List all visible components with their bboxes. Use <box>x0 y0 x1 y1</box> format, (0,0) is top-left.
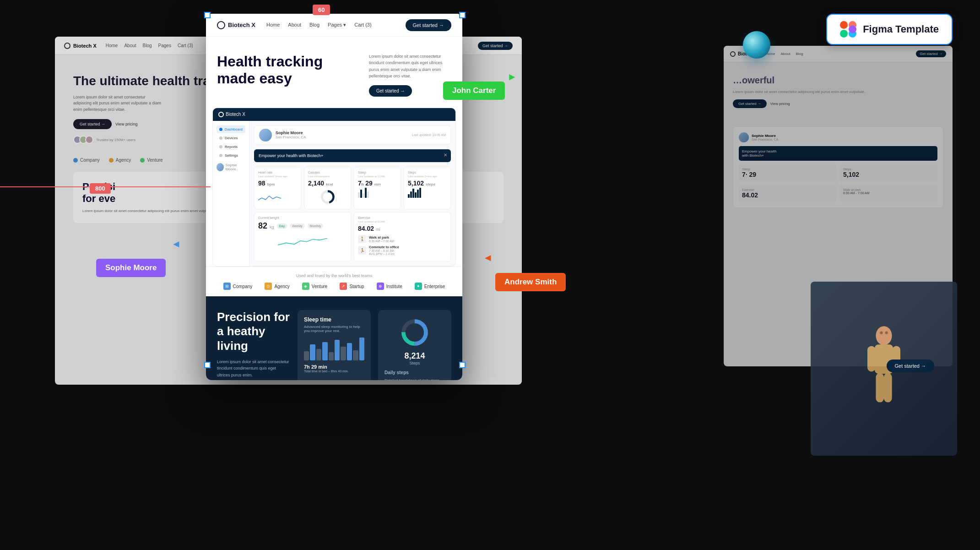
right-stat-exercise: Walk at park 6:30 AM - 7:00 AM <box>840 185 937 202</box>
right-stat-steps: Steps 5,102 <box>840 164 937 181</box>
hero-left: Health tracking made easy <box>217 53 360 97</box>
sidebar-dashboard: Dashboard <box>217 125 245 133</box>
empower-close[interactable]: ✕ <box>444 152 447 158</box>
companies-section: Used and loved by the world's best teams… <box>206 267 462 296</box>
company-startup: ↗ Startup <box>340 283 364 290</box>
right-get-started-btn[interactable]: Get started → <box>733 99 767 108</box>
companies-title: Used and loved by the world's best teams <box>217 273 451 278</box>
svg-point-12 <box>885 331 888 334</box>
sidebar-devices: Devices <box>217 134 245 142</box>
bg-avatar-3 <box>85 136 93 144</box>
steps-bar-chart <box>408 187 447 198</box>
stat-calories: Calories Last consumption 2,140 kcal <box>304 167 351 209</box>
empower-card: Empower your health with Biotech+ ✕ <box>254 149 451 163</box>
sleep-bar-chart-large <box>304 338 364 360</box>
company-company: ⊞ Company <box>223 283 253 290</box>
sleep-card: Sleep time Advanced sleep monitoring to … <box>298 310 371 380</box>
stats-grid: Heart rate Last updated 3mins ago 98 bpm… <box>254 167 451 209</box>
bg-get-started-btn[interactable]: Get started → <box>73 119 112 129</box>
dash-logo-circle <box>218 112 224 117</box>
bg-tab-company[interactable]: Company <box>73 158 100 163</box>
sleep-bar-chart <box>358 187 397 198</box>
weight-badge-weekly: Weekly <box>290 223 305 229</box>
weight-sparkline <box>258 233 347 249</box>
company-venture: ◈ Venture <box>302 283 327 290</box>
main-logo: Biotech X <box>217 21 255 29</box>
dash-sidebar: Dashboard Devices Reports Settings Sophi… <box>213 121 249 267</box>
company-icon-startup: ↗ <box>340 283 347 290</box>
john-carter-label: John Carter <box>443 82 505 100</box>
right-stat-weight: Exercise 84.02 <box>739 185 836 202</box>
dash-avatar-small <box>217 163 224 171</box>
right-dashboard-preview: Sophie Moore San Francisco, CA Empower y… <box>733 126 943 208</box>
svg-point-17 <box>849 25 856 33</box>
sidebar-reports: Reports <box>217 143 245 151</box>
dimension-left: 800 <box>90 183 111 194</box>
dash-logo: Biotech X <box>218 112 245 117</box>
section2: Precision for a heathy living Lorem ipsu… <box>206 296 462 380</box>
dash-content: Sophie Moore San Francisco, CA Last upda… <box>249 121 455 267</box>
sidebar-dot-dashboard <box>219 128 222 131</box>
hero-heading: Health tracking made easy <box>217 53 360 87</box>
exercise-icon-commute: 🏃 <box>358 246 366 255</box>
exercise-icon-walk: 🚶 <box>358 235 366 243</box>
main-nav: Biotech X Home About Blog Pages ▾ Cart (… <box>206 14 462 37</box>
hero-description: Lorem ipsum dolor sit amet consectetur t… <box>369 53 451 80</box>
stat-steps: Steps Last updated 3mins ago 5,102 steps <box>404 167 451 209</box>
company-icon-venture: ◈ <box>302 283 309 290</box>
dash-body: Dashboard Devices Reports Settings Sophi… <box>213 121 455 267</box>
user-avatar <box>259 129 272 142</box>
bg-tab-agency[interactable]: Agency <box>109 158 131 163</box>
heart-sparkline <box>258 189 297 202</box>
weight-badge: Day <box>277 223 287 229</box>
selection-handle-tr <box>459 12 466 18</box>
hero-cta-btn[interactable]: Get started → <box>369 85 412 97</box>
sidebar-settings: Settings <box>217 152 245 159</box>
dashboard-preview: Biotech X Dashboard Devices Reports <box>212 108 456 267</box>
cursor-blue-arrow: ◄ <box>171 238 181 250</box>
sleep-stat-time: 7h 29 min Total time in bed – 8hrs 40 mi… <box>304 364 348 373</box>
figma-template-label: Figma Template <box>863 23 939 35</box>
main-mockup: Biotech X Home About Blog Pages ▾ Cart (… <box>206 14 462 380</box>
sleep-card-desc: Advanced sleep monitoring to help you im… <box>304 325 364 333</box>
bg-view-pricing-btn[interactable]: View pricing <box>115 122 137 126</box>
bg-hero-para: Lorem ipsum dolor sit amet consectetur a… <box>73 94 165 113</box>
figma-icon <box>840 21 856 38</box>
company-agency: ⊙ Agency <box>265 283 289 290</box>
figma-template-badge: Figma Template <box>826 14 953 45</box>
stat-sleep: Sleep Last updated at 11AM 7h 29 min <box>354 167 401 209</box>
user-info: Sophie Moore San Francisco, CA <box>276 131 306 139</box>
exercise-item-1: 🚶 Walk at park 6:30 AM – 7:00 AM <box>358 235 447 243</box>
sleep-stats-row: 7h 29 min Total time in bed – 8hrs 40 mi… <box>304 364 364 373</box>
stats-row2: Current weight 82 kg Day Weekly Monthly <box>254 212 451 261</box>
section2-grid: Precision for a heathy living Lorem ipsu… <box>217 310 451 380</box>
bg-tab-venture[interactable]: Venture <box>140 158 162 163</box>
svg-rect-15 <box>840 30 848 38</box>
selection-handle-tl <box>204 12 211 18</box>
company-icon-company: ⊞ <box>223 283 231 290</box>
sleep-card-title: Sleep time <box>304 316 364 323</box>
right-view-pricing-btn[interactable]: View pricing <box>770 99 790 108</box>
steps-value: 8,214 <box>384 351 445 361</box>
svg-point-5 <box>876 326 892 345</box>
company-icon-agency: ⊙ <box>265 283 272 290</box>
steps-card: 8,214 Steps Daily steps Detailed breakdo… <box>378 310 451 380</box>
svg-rect-10 <box>884 373 892 403</box>
dimension-top: 60 <box>313 5 330 15</box>
exercise-image <box>811 282 957 456</box>
hero-right: Lorem ipsum dolor sit amet consectetur t… <box>369 53 451 97</box>
main-cta-btn[interactable]: Get started → <box>406 19 451 31</box>
calories-donut <box>319 189 336 205</box>
cursor-red-arrow: ► <box>483 252 493 264</box>
exercise-card: Exercise Last updated at 11AM 84.02 mi 🚶… <box>354 212 451 261</box>
sidebar-dot-devices <box>219 136 222 140</box>
right-cta-btn-overlay[interactable]: Get started → <box>887 359 934 372</box>
bg-trusted-text: Trusted by 150M+ users <box>96 138 135 142</box>
company-icon-enterprise: ✦ <box>415 283 422 290</box>
exercise-photo <box>811 282 957 456</box>
main-nav-links: Home About Blog Pages ▾ Cart (3) <box>266 22 395 28</box>
svg-rect-7 <box>867 346 876 371</box>
steps-label: Steps <box>384 361 445 365</box>
main-hero: Health tracking made easy Lorem ipsum do… <box>206 37 462 108</box>
svg-rect-13 <box>840 21 848 29</box>
